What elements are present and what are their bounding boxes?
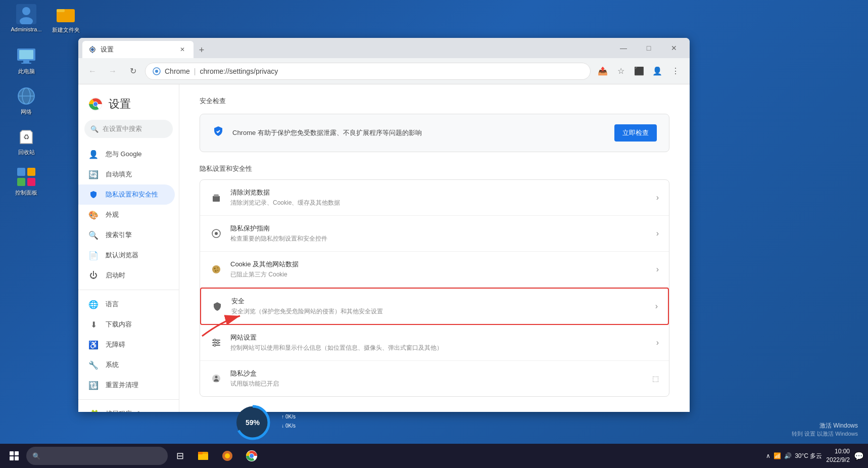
close-button[interactable]: ✕ — [662, 40, 686, 56]
cookies-arrow: › — [656, 265, 659, 274]
network-widget: 59% ↑ 0K/s ↓ 0K/s — [235, 405, 270, 440]
new-tab-button[interactable]: + — [194, 42, 210, 58]
taskbar-search[interactable]: 🔍 — [26, 447, 168, 465]
taskbar-clock[interactable]: 10:00 2022/9/2 — [826, 447, 850, 464]
sidebar-item-appearance[interactable]: 🎨 外观 — [78, 205, 179, 225]
sidebar-label-autofill: 自动填充 — [106, 170, 132, 179]
sidebar-item-privacy[interactable]: 隐私设置和安全性 — [78, 184, 175, 205]
clear-browsing-text: 清除浏览数据 清除浏览记录、Cookie、缓存及其他数据 — [230, 188, 648, 207]
desktop-icon-admin[interactable]: Administra... — [6, 4, 46, 32]
cookies-icon — [210, 263, 222, 275]
privacy-guide-text: 隐私保护指南 检查重要的隐私控制设置和安全控件 — [230, 224, 648, 243]
sidebar-label-language: 语言 — [106, 300, 119, 309]
privacy-item-site-settings[interactable]: 网站设置 控制网站可以使用和显示什么信息（如位置信息、摄像头、弹出式窗口及其他）… — [200, 325, 669, 361]
menu-button[interactable]: ⋮ — [667, 63, 684, 79]
privacy-sandbox-title: 隐私沙盒 — [230, 369, 644, 378]
clear-browsing-title: 清除浏览数据 — [230, 188, 648, 197]
desktop-icon-control-panel[interactable]: 控制面板 — [6, 167, 46, 197]
site-settings-title: 网站设置 — [230, 333, 648, 342]
sidebar-item-search-engine[interactable]: 🔍 搜索引擎 — [78, 225, 179, 245]
bookmark-button[interactable]: ☆ — [613, 63, 629, 79]
privacy-sandbox-external-icon: ⬚ — [652, 375, 659, 383]
site-label: Chrome — [165, 67, 190, 75]
back-button[interactable]: ← — [84, 63, 101, 79]
security-icon — [211, 300, 223, 312]
svg-point-24 — [93, 102, 98, 106]
desktop-icon-this-pc[interactable]: 此电脑 — [6, 45, 46, 75]
sidebar-label-appearance: 外观 — [106, 210, 119, 219]
forward-button[interactable]: → — [105, 63, 121, 79]
clear-browsing-icon — [210, 192, 222, 204]
maximize-button[interactable]: □ — [637, 40, 660, 56]
chrome-button[interactable] — [240, 445, 263, 467]
svg-point-12 — [18, 88, 34, 104]
svg-rect-17 — [27, 178, 35, 186]
sidebar-item-autofill[interactable]: 🔄 自动填充 — [78, 164, 179, 184]
window-controls: — □ ✕ — [612, 40, 686, 58]
desktop-icon-recycle[interactable]: ♻ 回收站 — [6, 126, 46, 156]
main-content: 安全检查 Chrome 有助于保护您免受数据泄露、不良扩展程序等问题的影响 立即… — [179, 84, 690, 412]
default-browser-icon: 📄 — [88, 250, 99, 260]
privacy-guide-arrow: › — [656, 229, 659, 238]
sidebar-item-downloads[interactable]: ⬇ 下载内容 — [78, 314, 179, 335]
security-arrow: › — [655, 302, 658, 311]
desktop-icon-new-folder[interactable]: 新建文件夹 — [45, 4, 86, 34]
accessibility-icon: ♿ — [88, 340, 99, 350]
tab-close-button[interactable]: ✕ — [177, 44, 187, 55]
privacy-guide-title: 隐私保护指南 — [230, 224, 648, 233]
settings-search[interactable]: 🔍 在设置中搜索 — [84, 120, 173, 138]
firefox-button[interactable] — [216, 445, 238, 467]
privacy-item-security[interactable]: 安全 安全浏览（保护您免受危险网站的侵害）和其他安全设置 › — [200, 288, 669, 325]
privacy-section-title: 隐私设置和安全性 — [200, 164, 669, 173]
site-settings-arrow: › — [656, 338, 659, 347]
svg-point-26 — [215, 232, 218, 235]
privacy-item-cookies[interactable]: Cookie 及其他网站数据 已阻止第三方 Cookie › — [200, 252, 669, 288]
tab-search-button[interactable]: ⬛ — [631, 63, 647, 79]
svg-point-36 — [217, 342, 219, 344]
svg-rect-14 — [17, 168, 25, 176]
security-desc: 安全浏览（保护您免受危险网站的侵害）和其他安全设置 — [231, 307, 647, 316]
sidebar-item-extensions[interactable]: 🧩 扩展程序 ↗ — [78, 404, 179, 412]
windows-start-button[interactable] — [4, 446, 24, 466]
sidebar-item-language[interactable]: 🌐 语言 — [78, 294, 179, 314]
language-icon: 🌐 — [88, 299, 99, 309]
expand-tray-button[interactable]: ∧ — [766, 452, 770, 459]
safety-check-text: Chrome 有助于保护您免受数据泄露、不良扩展程序等问题的影响 — [232, 128, 606, 137]
sidebar-divider-2 — [78, 399, 179, 400]
privacy-sandbox-icon — [210, 372, 222, 385]
sidebar-item-startup[interactable]: ⏻ 启动时 — [78, 265, 179, 286]
url-bar[interactable]: Chrome | chrome://settings/privacy — [145, 63, 591, 80]
sidebar-item-google-account[interactable]: 👤 您与 Google — [78, 144, 179, 164]
weather-label: 30°C 多云 — [795, 452, 822, 460]
cast-button[interactable]: 📤 — [595, 63, 611, 79]
sidebar-label-accessibility: 无障碍 — [106, 340, 125, 349]
minimize-button[interactable]: — — [612, 40, 635, 56]
system-tray: ∧ 📶 🔊 30°C 多云 — [766, 452, 822, 460]
notification-button[interactable]: 💬 — [854, 451, 864, 461]
sidebar-item-default-browser[interactable]: 📄 默认浏览器 — [78, 245, 179, 265]
sidebar-label-google: 您与 Google — [106, 150, 142, 159]
tab-title: 设置 — [101, 45, 114, 54]
svg-point-47 — [225, 453, 230, 458]
sidebar-item-system[interactable]: 🔧 系统 — [78, 355, 179, 375]
desktop-icon-network[interactable]: 网络 — [6, 86, 46, 116]
task-view-button[interactable]: ⊟ — [170, 446, 190, 466]
privacy-item-privacy-sandbox[interactable]: 隐私沙盒 试用版功能已开启 ⬚ — [200, 361, 669, 396]
svg-text:♻: ♻ — [23, 133, 30, 141]
privacy-item-clear-browsing[interactable]: 清除浏览数据 清除浏览记录、Cookie、缓存及其他数据 › — [200, 180, 669, 216]
profile-button[interactable]: 👤 — [649, 63, 665, 79]
site-settings-text: 网站设置 控制网站可以使用和显示什么信息（如位置信息、摄像头、弹出式窗口及其他） — [230, 333, 648, 352]
sidebar-label-reset: 重置并清理 — [106, 381, 138, 390]
file-explorer-button[interactable] — [192, 445, 214, 467]
clear-browsing-desc: 清除浏览记录、Cookie、缓存及其他数据 — [230, 199, 648, 207]
site-icon — [153, 67, 161, 75]
sidebar-item-accessibility[interactable]: ♿ 无障碍 — [78, 335, 179, 355]
refresh-button[interactable]: ↻ — [125, 63, 141, 79]
privacy-item-privacy-guide[interactable]: 隐私保护指南 检查重要的隐私控制设置和安全控件 › — [200, 216, 669, 252]
svg-point-37 — [214, 344, 216, 346]
content-area: 设置 🔍 在设置中搜索 👤 您与 Google 🔄 自动填充 — [78, 84, 690, 412]
sidebar-item-reset[interactable]: 🔃 重置并清理 — [78, 375, 179, 395]
active-tab[interactable]: 设置 ✕ — [82, 41, 194, 58]
safety-check-button[interactable]: 立即检查 — [614, 124, 657, 142]
sidebar-label-default-browser: 默认浏览器 — [106, 251, 138, 260]
